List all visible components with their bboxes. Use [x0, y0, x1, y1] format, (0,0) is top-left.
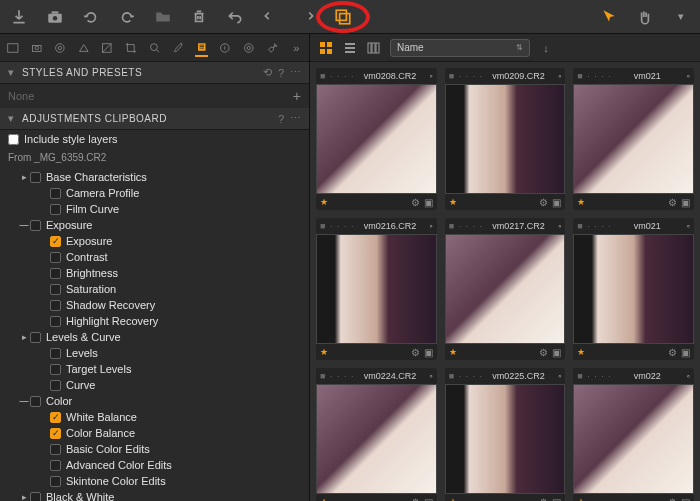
- color-tag[interactable]: ◦: [558, 371, 561, 381]
- variants-icon[interactable]: [334, 8, 352, 26]
- tree-row[interactable]: Target Levels: [0, 361, 309, 377]
- thumbnail-cell[interactable]: ■ · · · ·vm0217.CR2◦★⚙▣: [445, 218, 566, 360]
- tree-row[interactable]: Highlight Recovery: [0, 313, 309, 329]
- gear-icon[interactable]: ⚙: [668, 497, 677, 502]
- grid-view-icon[interactable]: [318, 40, 334, 56]
- lens-tab-icon[interactable]: [53, 40, 67, 56]
- star-icon[interactable]: ★: [449, 197, 457, 207]
- thumb-image[interactable]: [316, 234, 437, 344]
- redo-icon[interactable]: [298, 8, 316, 26]
- gear-icon[interactable]: ⚙: [411, 347, 420, 358]
- undo-icon[interactable]: [226, 8, 244, 26]
- rating-dots[interactable]: ■ · · · ·: [577, 221, 611, 231]
- gear-icon[interactable]: ⚙: [411, 197, 420, 208]
- metadata-tab-icon[interactable]: [218, 40, 232, 56]
- exposure-tab-icon[interactable]: [100, 40, 114, 56]
- tree-checkbox[interactable]: [50, 204, 61, 215]
- color-tag[interactable]: ◦: [429, 71, 432, 81]
- color-tag[interactable]: ◦: [429, 371, 432, 381]
- variant-badge-icon[interactable]: ▣: [424, 347, 433, 358]
- tree-row[interactable]: Camera Profile: [0, 185, 309, 201]
- rating-dots[interactable]: ■ · · · ·: [577, 71, 611, 81]
- tree-checkbox[interactable]: [50, 188, 61, 199]
- undo2-icon[interactable]: [262, 8, 280, 26]
- menu-icon[interactable]: ⋯: [290, 66, 301, 79]
- tree-row[interactable]: Saturation: [0, 281, 309, 297]
- tree-checkbox[interactable]: [50, 348, 61, 359]
- gear-icon[interactable]: ⚙: [668, 197, 677, 208]
- collapse-icon[interactable]: —: [18, 396, 30, 406]
- rating-dots[interactable]: ■ · · · ·: [449, 71, 483, 81]
- thumb-image[interactable]: [316, 384, 437, 494]
- color-tag[interactable]: ◦: [558, 221, 561, 231]
- gear-icon[interactable]: ⚙: [539, 197, 548, 208]
- tree-checkbox[interactable]: [50, 460, 61, 471]
- star-icon[interactable]: ★: [449, 347, 457, 357]
- library-tab-icon[interactable]: [6, 40, 20, 56]
- tree-row[interactable]: —Color: [0, 393, 309, 409]
- thumb-image[interactable]: [445, 384, 566, 494]
- thumb-image[interactable]: [445, 234, 566, 344]
- thumbnail-cell[interactable]: ■ · · · ·vm0225.CR2◦★⚙▣: [445, 368, 566, 501]
- refresh-icon[interactable]: ⟲: [263, 66, 272, 79]
- trash-icon[interactable]: [190, 8, 208, 26]
- styles-header[interactable]: ▾ STYLES AND PRESETS ⟲ ? ⋯: [0, 62, 309, 84]
- tree-row[interactable]: Advanced Color Edits: [0, 457, 309, 473]
- add-preset-button[interactable]: +: [293, 88, 301, 104]
- variant-badge-icon[interactable]: ▣: [424, 197, 433, 208]
- tree-checkbox[interactable]: [30, 492, 41, 502]
- tree-checkbox[interactable]: [50, 412, 61, 423]
- tree-checkbox[interactable]: [30, 332, 41, 343]
- adjustments-tab-icon[interactable]: [195, 41, 209, 57]
- gear-icon[interactable]: ⚙: [411, 497, 420, 502]
- include-layers-checkbox[interactable]: [8, 134, 19, 145]
- thumbnail-cell[interactable]: ■ · · · ·vm0208.CR2◦★⚙▣: [316, 68, 437, 210]
- brush-tab-icon[interactable]: [171, 40, 185, 56]
- search-tab-icon[interactable]: [148, 40, 162, 56]
- tree-row[interactable]: ▸Base Characteristics: [0, 169, 309, 185]
- color-tag[interactable]: ◦: [558, 71, 561, 81]
- expand-icon[interactable]: ▸: [18, 172, 30, 182]
- tree-row[interactable]: Film Curve: [0, 201, 309, 217]
- tree-checkbox[interactable]: [30, 396, 41, 407]
- star-icon[interactable]: ★: [577, 497, 585, 501]
- tree-row[interactable]: Skintone Color Edits: [0, 473, 309, 489]
- rating-dots[interactable]: ■ · · · ·: [449, 221, 483, 231]
- gear-icon[interactable]: ⚙: [668, 347, 677, 358]
- tree-checkbox[interactable]: [50, 476, 61, 487]
- color-tag[interactable]: ◦: [687, 371, 690, 381]
- star-icon[interactable]: ★: [320, 497, 328, 501]
- collapse-icon[interactable]: —: [18, 220, 30, 230]
- star-icon[interactable]: ★: [320, 347, 328, 357]
- thumb-image[interactable]: [316, 84, 437, 194]
- rating-dots[interactable]: ■ · · · ·: [320, 221, 354, 231]
- tree-checkbox[interactable]: [30, 172, 41, 183]
- rotate-ccw-icon[interactable]: [82, 8, 100, 26]
- tree-checkbox[interactable]: [50, 300, 61, 311]
- color-tag[interactable]: ◦: [687, 221, 690, 231]
- tree-row[interactable]: Brightness: [0, 265, 309, 281]
- tree-checkbox[interactable]: [50, 268, 61, 279]
- chevron-icon[interactable]: »: [289, 40, 303, 56]
- variant-badge-icon[interactable]: ▣: [681, 497, 690, 502]
- dropdown-icon[interactable]: ▾: [672, 8, 690, 26]
- variant-badge-icon[interactable]: ▣: [681, 197, 690, 208]
- gear-icon[interactable]: ⚙: [539, 347, 548, 358]
- cursor-icon[interactable]: [600, 8, 618, 26]
- tree-row[interactable]: ▸Levels & Curve: [0, 329, 309, 345]
- sort-dropdown[interactable]: Name ⇅: [390, 39, 530, 57]
- sort-direction-icon[interactable]: ↓: [538, 40, 554, 56]
- tree-row[interactable]: Shadow Recovery: [0, 297, 309, 313]
- camera-icon[interactable]: [46, 8, 64, 26]
- color-tab-icon[interactable]: [77, 40, 91, 56]
- clipboard-header[interactable]: ▾ ADJUSTMENTS CLIPBOARD ? ⋯: [0, 108, 309, 130]
- tree-checkbox[interactable]: [50, 364, 61, 375]
- tree-row[interactable]: ▸Black & White: [0, 489, 309, 501]
- include-layers-row[interactable]: Include style layers: [0, 130, 309, 148]
- help-icon[interactable]: ?: [278, 67, 284, 79]
- expand-icon[interactable]: ▸: [18, 492, 30, 501]
- variant-badge-icon[interactable]: ▣: [552, 197, 561, 208]
- tree-checkbox[interactable]: [50, 428, 61, 439]
- tree-row[interactable]: Contrast: [0, 249, 309, 265]
- tree-checkbox[interactable]: [50, 284, 61, 295]
